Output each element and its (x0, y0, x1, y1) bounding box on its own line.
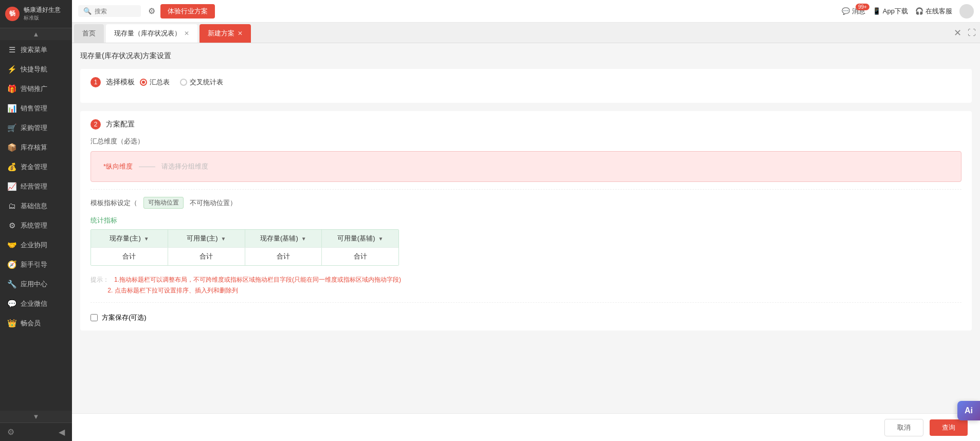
sidebar-item-label-system: 系统管理 (21, 221, 47, 230)
stats-label: 统计指标 (90, 216, 961, 225)
indicator-setting-row: 模板指标设定（ 可拖动位置 不可拖动位置） (90, 197, 961, 209)
sidebar-item-sales[interactable]: 📊 销售管理 (0, 99, 72, 118)
step1-section: 1 选择模板 汇总表 交叉统计表 (80, 69, 972, 103)
tab-new-plan-label: 新建方案 (208, 29, 234, 38)
sidebar-item-wechat[interactable]: 💬 企业微信 (0, 294, 72, 314)
sidebar-logo: 畅 畅康通好生意 标准版 (0, 0, 72, 28)
radio-cross[interactable]: 交叉统计表 (180, 78, 223, 87)
app-download-button[interactable]: 📱 App下载 (873, 7, 908, 16)
sales-icon: 📊 (7, 104, 16, 113)
sidebar-item-apps[interactable]: 🔧 应用中心 (0, 274, 72, 294)
template-radio-group: 汇总表 交叉统计表 (140, 78, 223, 87)
tab-inventory[interactable]: 现存量（库存状况表） ✕ (106, 24, 197, 43)
stats-body-col4: 合计 (322, 248, 398, 265)
search-box[interactable]: 🔍 (78, 5, 141, 17)
guide-icon: 🧭 (7, 260, 16, 269)
message-button[interactable]: 💬 消息 99+ (842, 7, 865, 16)
sidebar-item-label-sales: 销售管理 (21, 104, 47, 113)
indicator-setting-label: 模板指标设定（ (90, 198, 137, 208)
sidebar-item-management[interactable]: 📈 经营管理 (0, 177, 72, 196)
stats-header-col1[interactable]: 现存量(主) ▼ (91, 230, 168, 247)
user-avatar[interactable] (959, 4, 974, 19)
content-area: 现存量(库存状况表)方案设置 1 选择模板 汇总表 交叉统计表 (72, 43, 980, 413)
sidebar-item-label-basicinfo: 基础信息 (21, 201, 47, 211)
tips-line1: 提示： 1.拖动标题栏可以调整布局，不可跨维度或指标区域拖动栏目字段(只能在同一… (90, 275, 961, 284)
stats-body-col2: 合计 (168, 248, 245, 265)
stats-header-col2[interactable]: 可用量(主) ▼ (168, 230, 245, 247)
ai-fab-button[interactable]: Ai (957, 401, 980, 420)
sidebar-item-search[interactable]: ☰ 搜索菜单 (0, 40, 72, 60)
stats-table: 现存量(主) ▼ 可用量(主) ▼ 现存量(基辅) ▼ 可用量(基辅) (90, 229, 399, 266)
step1-badge: 1 (90, 77, 101, 87)
sidebar-item-purchase[interactable]: 🛒 采购管理 (0, 118, 72, 138)
enterprise-icon: 🤝 (7, 241, 16, 250)
sidebar-scroll-up[interactable]: ▲ (0, 28, 72, 40)
sidebar-scroll-down[interactable]: ▼ (0, 411, 72, 422)
stats-header-row: 现存量(主) ▼ 可用量(主) ▼ 现存量(基辅) ▼ 可用量(基辅) (91, 230, 398, 247)
tab-new-plan-close-icon[interactable]: ✕ (238, 30, 243, 37)
app-download-icon: 📱 (873, 7, 881, 15)
tips-line2: 2. 点击标题栏下拉可设置排序、插入列和删除列 (90, 286, 961, 295)
app-name-block: 畅康通好生意 标准版 (24, 6, 61, 22)
stats-col1-chevron: ▼ (144, 236, 149, 242)
dimension-placeholder: 请选择分组维度 (161, 162, 208, 171)
radio-summary-label: 汇总表 (150, 78, 170, 87)
sidebar-item-member[interactable]: 👑 畅会员 (0, 314, 72, 333)
sidebar-item-quicknav[interactable]: ⚡ 快捷导航 (0, 60, 72, 79)
main-area: 🔍 ⚙ 体验行业方案 💬 消息 99+ 📱 App下载 🎧 在线客服 (72, 0, 980, 441)
system-icon: ⚙ (7, 221, 16, 230)
sidebar-item-label-wechat: 企业微信 (21, 299, 47, 308)
topbar-right: 💬 消息 99+ 📱 App下载 🎧 在线客服 (842, 4, 974, 19)
message-icon: 💬 (842, 7, 850, 15)
member-icon: 👑 (7, 319, 16, 328)
tabbar-close-button[interactable]: ✕ (954, 27, 961, 39)
sidebar-item-basic-info[interactable]: 🗂 基础信息 (0, 196, 72, 216)
sidebar-toggle-icon[interactable]: ◀ (59, 427, 65, 437)
sidebar-item-system[interactable]: ⚙ 系统管理 (0, 216, 72, 235)
radio-summary[interactable]: 汇总表 (140, 78, 170, 87)
save-checkbox[interactable] (90, 314, 98, 321)
sidebar-item-label-apps: 应用中心 (21, 280, 47, 289)
cancel-button[interactable]: 取消 (884, 419, 923, 436)
stats-section: 统计指标 现存量(主) ▼ 可用量(主) ▼ 现存量(基辅) (90, 216, 961, 267)
page-title: 现存量(库存状况表)方案设置 (80, 51, 972, 61)
sidebar-item-inventory[interactable]: 📦 库存核算 (0, 138, 72, 157)
sidebar-item-label-guide: 新手引导 (21, 260, 47, 269)
sidebar-item-label-marketing: 营销推广 (21, 84, 47, 94)
tab-inventory-close-icon[interactable]: ✕ (184, 30, 189, 37)
tab-home[interactable]: 首页 (74, 24, 104, 43)
dimension-sublabel: 汇总维度（必选） (90, 137, 961, 146)
query-button[interactable]: 查询 (930, 419, 968, 436)
search-input[interactable] (95, 8, 136, 15)
sidebar-settings-icon[interactable]: ⚙ (7, 427, 14, 437)
app-edition: 标准版 (24, 14, 61, 22)
search-menu-icon: ☰ (7, 45, 16, 54)
tab-new-plan[interactable]: 新建方案 ✕ (199, 24, 251, 43)
dimension-dash: —— (139, 162, 155, 171)
stats-header-col3[interactable]: 现存量(基辅) ▼ (245, 230, 322, 247)
wechat-icon: 💬 (7, 299, 16, 308)
step2-badge: 2 (90, 119, 101, 130)
sidebar-nav: ☰ 搜索菜单 ⚡ 快捷导航 🎁 营销推广 📊 销售管理 🛒 采购管理 📦 库存核… (0, 40, 72, 411)
step2-section: 2 方案配置 汇总维度（必选） *纵向维度 —— 请选择分组维度 模板指标设定（… (80, 111, 972, 330)
sidebar-item-guide[interactable]: 🧭 新手引导 (0, 255, 72, 274)
purchase-icon: 🛒 (7, 123, 16, 133)
inventory-icon: 📦 (7, 143, 16, 152)
save-row: 方案保存(可选) (90, 313, 961, 322)
dimension-box[interactable]: *纵向维度 —— 请选择分组维度 (90, 151, 961, 182)
online-service-button[interactable]: 🎧 在线客服 (915, 7, 952, 16)
sidebar-item-enterprise[interactable]: 🤝 企业协同 (0, 235, 72, 255)
tabbar-expand-button[interactable]: ⛶ (968, 28, 976, 38)
divider2 (90, 302, 961, 303)
stats-col1-label: 现存量(主) (110, 234, 141, 243)
step2-header: 2 方案配置 (90, 119, 961, 130)
industry-plan-button[interactable]: 体验行业方案 (160, 4, 215, 19)
service-label: 在线客服 (925, 7, 952, 16)
tab-inventory-label: 现存量（库存状况表） (114, 29, 181, 38)
stats-header-col4[interactable]: 可用量(基辅) ▼ (322, 230, 398, 247)
apps-icon: 🔧 (7, 280, 16, 289)
sidebar-item-finance[interactable]: 💰 资金管理 (0, 157, 72, 177)
radio-summary-circle (140, 79, 147, 86)
sidebar-item-marketing[interactable]: 🎁 营销推广 (0, 79, 72, 99)
settings-gear-icon[interactable]: ⚙ (148, 6, 155, 16)
